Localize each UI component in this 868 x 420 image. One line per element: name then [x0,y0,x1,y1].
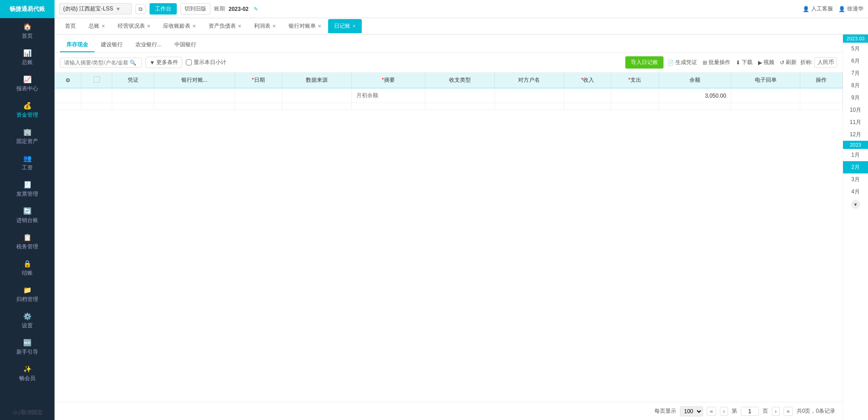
subtab-boc[interactable]: 中国银行 [168,38,203,52]
calendar-month-12[interactable]: 12月 [843,128,868,141]
show-daily-input[interactable] [186,59,192,65]
tab-business-label: 经营状况表 [118,22,145,30]
sidebar-item-report[interactable]: 📈 报表中心 [0,71,55,97]
last-page-btn[interactable]: » [783,407,793,416]
generate-voucher-btn[interactable]: 📄 生成凭证 [667,59,697,66]
calendar-month-6[interactable]: 6月 [843,55,868,67]
download-label: 下载 [742,59,753,66]
search-input[interactable] [64,59,128,66]
tab-journal-close[interactable]: ✕ [352,24,356,29]
tab-receivable-close[interactable]: ✕ [192,24,196,29]
content-area: 库存现金 建设银行 农业银行... 中国银行 🔍 ▼ 更多条件 显示本日小计 [55,35,868,420]
ledger-icon: 📊 [23,49,32,57]
sidebar-item-closing[interactable]: 🔒 结账 [0,255,55,282]
sidebar-item-tax[interactable]: 📋 税务管理 [0,229,55,255]
sidebar-item-settings[interactable]: ⚙️ 设置 [0,308,55,334]
cell-counterpart-2 [494,103,564,110]
per-page-select[interactable]: 100 [680,406,703,416]
currency-label: 折称: 人民币 [800,57,837,68]
col-settings[interactable]: ⚙ [55,73,81,88]
tab-bank-statement-close[interactable]: ✕ [318,24,321,29]
next-page-btn[interactable]: › [772,407,780,416]
col-voucher: 凭证 [112,73,154,88]
download-btn[interactable]: ⬇ 下载 [736,59,753,66]
tab-journal[interactable]: 日记账 ✕ [328,19,362,33]
calendar-nav-down[interactable]: ▼ [851,200,860,209]
total-pages-label: 页 [763,407,768,415]
cell-check [81,88,112,103]
sidebar-item-label: 设置 [22,322,33,330]
tab-business[interactable]: 经营状况表 ✕ [112,19,156,33]
tab-profit-close[interactable]: ✕ [272,24,276,29]
calendar-month-8[interactable]: 8月 [843,79,868,92]
calendar-month-1[interactable]: 1月 [843,149,868,161]
tab-balance-sheet-close[interactable]: ✕ [238,24,241,29]
workbench-button[interactable]: 工作台 [150,3,177,15]
calendar-month-2-active[interactable]: 2月 [843,161,868,173]
search-icon[interactable]: 🔍 [130,59,136,66]
required-mark-4: * [629,77,631,83]
batch-op-btn[interactable]: ⊞ 批量操作 [703,59,730,66]
old-version-button[interactable]: 切到旧版 [180,3,210,15]
tab-bank-statement[interactable]: 银行对账单 ✕ [283,19,327,33]
col-summary: *摘要 [351,73,425,88]
tab-home[interactable]: 首页 [59,19,82,33]
journal-panel: 库存现金 建设银行 农业银行... 中国银行 🔍 ▼ 更多条件 显示本日小计 [55,35,843,420]
unpin-button[interactable]: ◁◁ 取消固定 [0,405,55,420]
username-label: 徐漫华 [847,5,863,13]
sidebar-item-archive[interactable]: 📁 归档管理 [0,282,55,308]
sidebar-item-invoice[interactable]: 🧾 发票管理 [0,176,55,203]
cell-date-2 [234,103,282,110]
subtab-cash[interactable]: 库存现金 [60,38,95,52]
calendar-close-button[interactable]: × [863,35,866,43]
tab-balance-sheet[interactable]: 资产负债表 ✕ [203,19,247,33]
calendar-month-7[interactable]: 7月 [843,67,868,79]
currency-select[interactable]: 人民币 [814,57,837,68]
import-button[interactable]: 导入日记账 [625,56,663,69]
page-input[interactable] [741,407,759,416]
cell-pay-type [425,88,495,103]
tab-receivable[interactable]: 应收账龄表 ✕ [157,19,202,33]
company-selector[interactable]: (勿动) 江西超宝-LSS ▼ [59,3,132,15]
required-mark-2: * [382,77,384,83]
tab-ledger-close[interactable]: ✕ [101,24,105,29]
sidebar-item-vip[interactable]: ✨ 畅会员 [0,361,55,387]
subtab-agri[interactable]: 农业银行... [129,38,168,52]
sidebar-item-fund[interactable]: 💰 资金管理 [0,97,55,124]
video-btn[interactable]: ▶ 视频 [758,59,774,66]
calendar-month-3[interactable]: 3月 [843,173,868,186]
refresh-btn[interactable]: ↺ 刷新 [780,59,797,66]
sidebar-item-purchase[interactable]: 🔄 进销台账 [0,203,55,229]
first-page-btn[interactable]: « [707,407,716,416]
cell-expense-2 [611,103,658,110]
calendar-month-9[interactable]: 9月 [843,92,868,104]
customer-service[interactable]: 👤 人工客服 [803,5,833,13]
tab-profit[interactable]: 利润表 ✕ [248,19,282,33]
sidebar-item-salary[interactable]: 👥 工资 [0,150,55,176]
tab-ledger[interactable]: 总账 ✕ [83,19,111,33]
prev-page-btn[interactable]: ‹ [720,407,728,416]
sidebar-item-label: 新手引导 [16,348,38,356]
copy-button[interactable]: ⧉ [135,4,146,14]
journal-table: ⚙ 凭证 银行对账... *日期 数据来源 *摘要 收支类型 对方户名 *收入 … [55,73,843,110]
calendar-month-11[interactable]: 11月 [843,116,868,128]
calendar-month-10[interactable]: 10月 [843,104,868,116]
calendar-month-4[interactable]: 4月 [843,186,868,198]
sidebar-item-ledger[interactable]: 📊 总账 [0,44,55,71]
filter-button[interactable]: ▼ 更多条件 [145,57,182,68]
cell-date [234,88,282,103]
topbar: (勿动) 江西超宝-LSS ▼ ⧉ 工作台 切到旧版 账期 2023-02 ✎ … [55,0,868,18]
sidebar-item-label: 畅会员 [19,375,35,382]
header-checkbox[interactable] [94,76,100,83]
sidebar-item-home[interactable]: 🏠 首页 [0,18,55,44]
subtab-ccb[interactable]: 建设银行 [95,38,129,52]
period-edit-icon[interactable]: ✎ [254,6,258,12]
calendar-month-5[interactable]: 5月 [843,43,868,55]
col-check[interactable] [81,73,112,88]
sidebar-item-assets[interactable]: 🏢 固定资产 [0,124,55,150]
user-profile[interactable]: 👤 徐漫华 [838,5,863,13]
show-daily-checkbox[interactable]: 显示本日小计 [186,59,226,66]
sidebar-item-guide[interactable]: 🆕 新手引导 [0,334,55,361]
tab-business-close[interactable]: ✕ [147,24,150,29]
cell-source [282,88,352,103]
